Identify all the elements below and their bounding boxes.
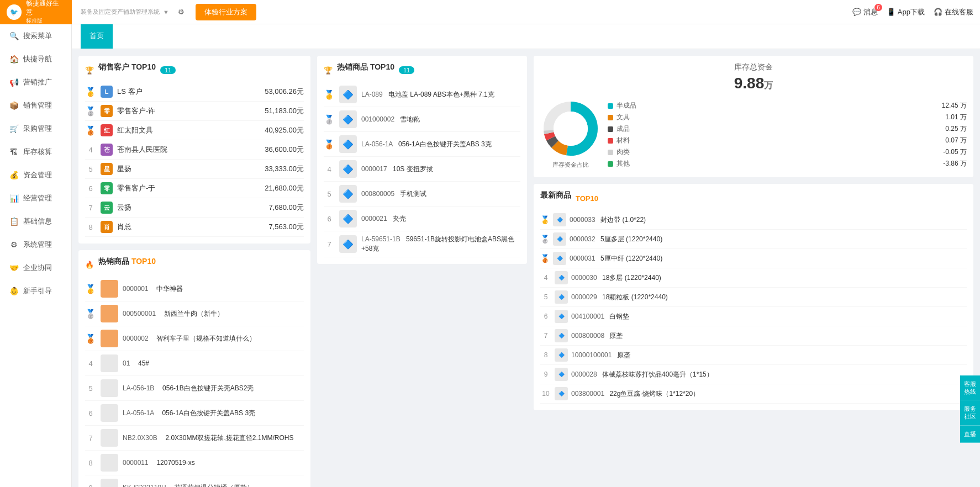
product-image: 🔷 [339, 160, 357, 178]
sidebar-item-base[interactable]: 📋 基础信息 [0, 210, 71, 233]
sidebar-label-sales: 销售管理 [23, 100, 52, 110]
customer-badge: 肖 [101, 221, 113, 233]
sidebar-label-guide: 新手引导 [23, 286, 52, 296]
sidebar-item-marketing[interactable]: 📢 营销推广 [0, 71, 71, 94]
customer-rank-row: 5 星 星扬 33,333.00元 [85, 160, 304, 179]
base-icon: 📋 [9, 216, 19, 226]
rank-medal-icon: 🥇 [85, 284, 96, 294]
newest-name: 18多层 (1220*2440) [602, 273, 967, 283]
newest-product-image: 🔷 [555, 271, 568, 284]
right-panel: 库存总资金 9.88万 [534, 56, 973, 487]
hot-product-image [101, 354, 118, 372]
logo-line1: 畅捷通好生意 [26, 0, 65, 17]
newest-product-image: 🔷 [553, 213, 566, 226]
rank-number: 8 [540, 351, 551, 359]
rank-medal-icon: 🥉 [85, 125, 96, 136]
img-placeholder-icon: 🔷 [559, 333, 565, 338]
hot-product-code: 0000011 [123, 459, 152, 467]
app-download-button[interactable]: 📱 App下载 [887, 7, 925, 17]
inventory-subtitle: 库存资金占比 [540, 161, 601, 169]
product-name: 手机测试 [400, 190, 426, 198]
sidebar-item-system[interactable]: ⚙ 系统管理 [0, 233, 71, 256]
hot-product-row: 🥉 0000002 智利车子里（规格不知道填什么） [85, 326, 304, 351]
product-name: 雪地靴 [400, 115, 420, 123]
phone-icon: 📱 [887, 8, 895, 16]
fire-icon: 🔥 [85, 261, 94, 269]
float-btn-service[interactable]: 客服热线 [960, 375, 980, 401]
messages-button[interactable]: 💬 消息 6 [852, 7, 878, 17]
product-info: 001000002 雪地靴 [361, 115, 520, 124]
newest-product-image: 🔷 [555, 310, 568, 323]
newest-product-row: 6 🔷 004100001 白钢垫 [540, 307, 967, 326]
logo-icon: 🐦 [7, 4, 22, 20]
img-placeholder-icon: 🔷 [559, 391, 565, 396]
sidebar-label-search: 搜索菜单 [23, 31, 52, 41]
hot-product-row: 9 KK-SD22110H 花语萌偶温分罐桶（厚款） [85, 475, 304, 487]
product-name: 10S 变扭罗拔 [393, 165, 433, 173]
sidebar-item-purchase[interactable]: 🛒 采购管理 [0, 117, 71, 140]
rank-number: 5 [540, 293, 551, 301]
newest-product-row: 4 🔷 0000030 18多层 (1220*2440) [540, 268, 967, 288]
sidebar-item-search[interactable]: 🔍 搜索菜单 [0, 24, 71, 47]
sidebar-item-operation[interactable]: 📊 经营管理 [0, 187, 71, 210]
guide-icon: 👶 [9, 286, 19, 296]
sidebar-item-nav[interactable]: 🏠 快捷导航 [0, 47, 71, 71]
rank-number: 8 [85, 459, 96, 467]
product-info: LA-59651-1B 59651-1B旋转投影灯电池盒ABS黑色+58克 [361, 235, 520, 253]
online-service-button[interactable]: 🎧 在线客服 [934, 7, 973, 17]
legend-value: 12.45 万 [942, 101, 967, 110]
rank-medal-icon: 🥇 [85, 87, 96, 97]
logo-text: 畅捷通好生意 标准版 [26, 0, 65, 24]
newest-name: 5厘中纤 (1220*2440) [600, 254, 967, 263]
sidebar: 🔍 搜索菜单 🏠 快捷导航 📢 营销推广 📦 销售管理 🛒 采购管理 🏗 库存核… [0, 24, 72, 487]
legend-name: 文具 [617, 113, 942, 122]
operation-icon: 📊 [9, 193, 19, 203]
hot-products-title: 热销商品 TOP10 [98, 257, 156, 267]
newest-code: 0000032 [570, 235, 597, 243]
product-code: LA-056-1A [361, 140, 396, 148]
product-rank-card: 🏆 热销商品 TOP10 11 🥇 🔷 LA-089 电池盖 LA-089 AB… [317, 56, 527, 264]
sidebar-item-guide[interactable]: 👶 新手引导 [0, 279, 71, 303]
inventory-card: 库存总资金 9.88万 [534, 56, 973, 177]
customer-rank-row: 4 苍 苍南县人民医院 36,600.00元 [85, 140, 304, 160]
img-placeholder-icon: 🔷 [559, 372, 565, 377]
product-image: 🔷 [339, 135, 357, 153]
img-placeholder-icon: 🔷 [559, 352, 565, 358]
purchase-icon: 🛒 [9, 124, 19, 134]
newest-title: 最新商品 [540, 190, 571, 200]
product-image: 🔷 [339, 110, 357, 128]
sidebar-item-sales[interactable]: 📦 销售管理 [0, 94, 71, 117]
rank-medal-icon: 🥉 [540, 254, 550, 263]
newest-product-image: 🔷 [553, 232, 566, 246]
hot-product-image [101, 454, 118, 472]
customer-value: 33,333.00元 [265, 164, 304, 174]
hot-product-code: 0000002 [123, 335, 152, 342]
img-placeholder-icon: 🔷 [557, 256, 563, 261]
newest-products-card: 最新商品 TOP10 🥇 🔷 0000033 封边带 (1.0*22) 🥈 🔷 … [534, 184, 973, 410]
newest-code: 0000030 [571, 274, 599, 282]
service-label: 在线客服 [945, 7, 973, 17]
float-btn-community[interactable]: 服务社区 [960, 400, 980, 426]
hot-product-code: 0000001 [123, 285, 152, 293]
legend-name: 其他 [617, 159, 940, 168]
newest-product-row: 🥈 🔷 0000032 5厘多层 (1220*2440) [540, 230, 967, 249]
customer-value: 53,006.26元 [265, 87, 304, 97]
product-image: 🔷 [339, 235, 357, 253]
customer-value: 51,183.00元 [265, 106, 304, 116]
legend-item: 半成品 12.45 万 [608, 101, 967, 110]
home-icon: 🏠 [9, 54, 19, 64]
rank-number: 6 [540, 313, 551, 320]
trial-button[interactable]: 体验行业方案 [196, 4, 256, 20]
sidebar-item-inventory[interactable]: 🏗 库存核算 [0, 140, 71, 163]
legend-item: 成品 0.25 万 [608, 124, 967, 134]
legend-color-dot [608, 103, 613, 109]
hot-product-code: NB2.0X30B [123, 434, 161, 442]
sidebar-label-base: 基础信息 [23, 216, 52, 226]
tab-home[interactable]: 首页 [81, 24, 113, 49]
system-selector[interactable]: 装备及固定资产辅助管理系统 ▼ [81, 8, 169, 16]
float-btn-live[interactable]: 直播 [960, 426, 980, 443]
sidebar-item-finance[interactable]: 💰 资金管理 [0, 163, 71, 187]
img-placeholder-icon: 🔷 [557, 217, 563, 223]
sidebar-item-company[interactable]: 🤝 企业协同 [0, 256, 71, 279]
settings-icon[interactable]: ⚙ [173, 4, 189, 20]
